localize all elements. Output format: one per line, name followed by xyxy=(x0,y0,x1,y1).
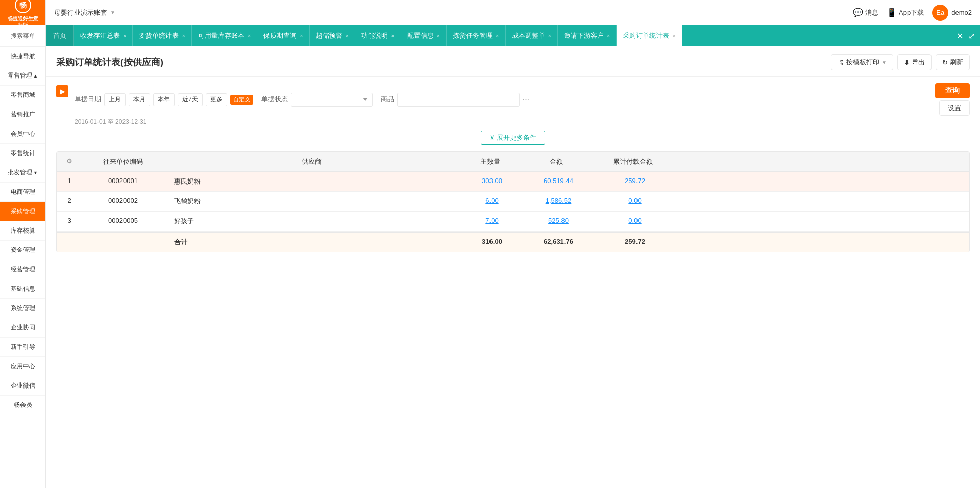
sidebar-item-wholesale[interactable]: 批发管理▼ xyxy=(0,163,45,183)
date-btn-more[interactable]: 更多 xyxy=(206,93,227,106)
date-label: 单据日期 xyxy=(75,95,101,104)
search-menu-btn[interactable]: 搜索菜单 xyxy=(3,30,42,42)
paid-link-3[interactable]: 0.00 xyxy=(628,217,641,224)
sidebar-item-inventory[interactable]: 库存核算 xyxy=(0,221,45,241)
sidebar-item-marketing[interactable]: 营销推广 xyxy=(0,105,45,124)
sidebar-item-finance[interactable]: 资金管理 xyxy=(0,241,45,260)
quick-nav-item[interactable]: 快捷导航 xyxy=(0,47,45,66)
query-btn[interactable]: 查询 xyxy=(935,83,970,98)
td-amount-2: 1,586.52 xyxy=(523,192,594,211)
td-qty-1: 303.00 xyxy=(461,172,523,191)
tab-close-1[interactable]: × xyxy=(123,33,126,39)
tab-close-4[interactable]: × xyxy=(300,33,303,39)
tab-close-3[interactable]: × xyxy=(248,33,251,39)
th-amount: 金额 xyxy=(521,152,592,171)
sidebar-item-retail-stat[interactable]: 零售统计 xyxy=(0,144,45,163)
sidebar-item-newbie[interactable]: 新手引导 xyxy=(0,338,45,357)
app-download-btn[interactable]: 📱 App下载 xyxy=(887,8,924,17)
goods-input[interactable] xyxy=(397,93,520,107)
refresh-btn[interactable]: ↻ 刷新 xyxy=(936,54,970,70)
date-btn-7days[interactable]: 近7天 xyxy=(178,93,203,106)
tab-pick-task[interactable]: 拣货任务管理 × xyxy=(447,25,505,46)
message-btn[interactable]: 💬 消息 xyxy=(853,8,878,17)
filter-expand-btn[interactable]: ▶ xyxy=(56,85,68,97)
qty-link-3[interactable]: 7.00 xyxy=(485,217,498,224)
tab-config[interactable]: 配置信息 × xyxy=(401,25,447,46)
expand-more-btn[interactable]: ⊻ 展开更多条件 xyxy=(481,131,545,145)
tab-receive-send[interactable]: 收发存汇总表 × xyxy=(74,25,133,46)
app-logo: 畅 畅捷通好生意 标版 xyxy=(0,0,45,25)
date-btn-this-month[interactable]: 本月 xyxy=(129,93,150,106)
industry-selector[interactable]: 母婴行业演示账套 ▼ xyxy=(54,8,115,17)
sidebar-item-member[interactable]: 会员中心 xyxy=(0,124,45,144)
td-index-1: 1 xyxy=(57,172,82,191)
page-header: 采购订单统计表(按供应商) 🖨 按模板打印 ▼ ⬇ 导出 ↻ 刷新 xyxy=(46,46,980,77)
settings-icon[interactable]: ⚙ xyxy=(66,157,72,165)
td-supplier-2: 飞鹤奶粉 xyxy=(164,192,461,211)
tab-close-all-btn[interactable]: ✕ xyxy=(957,31,963,41)
sidebar-item-retail[interactable]: 零售管理▲ xyxy=(0,66,45,86)
tab-cost-adjust[interactable]: 成本调整单 × xyxy=(506,25,558,46)
tab-invite-downstream[interactable]: 邀请下游客户 × xyxy=(558,25,617,46)
expand-icon: ⊻ xyxy=(489,134,495,142)
settings-btn[interactable]: 设置 xyxy=(939,100,970,116)
sidebar-item-retail-shop[interactable]: 零售商城 xyxy=(0,86,45,105)
sidebar-item-purchase[interactable]: 采购管理 xyxy=(0,202,45,221)
td-amount-1: 60,519.44 xyxy=(523,172,594,191)
sidebar-item-system[interactable]: 系统管理 xyxy=(0,299,45,318)
paid-link-2[interactable]: 0.00 xyxy=(628,197,641,204)
date-filter: 单据日期 上月 本月 本年 近7天 更多 自定义 xyxy=(75,93,253,106)
tab-close-8[interactable]: × xyxy=(496,33,499,39)
print-dropdown-icon: ▼ xyxy=(881,60,887,65)
tf-label: 合计 xyxy=(164,233,461,252)
tab-available-inv[interactable]: 可用量库存账本 × xyxy=(192,25,257,46)
tf-code xyxy=(82,233,164,252)
sidebar-item-business[interactable]: 经营管理 xyxy=(0,260,45,279)
status-select[interactable] xyxy=(291,93,373,107)
tab-expiry[interactable]: 保质期查询 × xyxy=(257,25,309,46)
sidebar-item-wechat[interactable]: 企业微信 xyxy=(0,376,45,396)
amount-link-1[interactable]: 60,519.44 xyxy=(544,177,573,185)
paid-link-1[interactable]: 259.72 xyxy=(625,177,645,185)
tab-close-5[interactable]: × xyxy=(346,33,349,39)
tab-order-stat[interactable]: 要货单统计表 × xyxy=(133,25,191,46)
tab-close-9[interactable]: × xyxy=(548,33,551,39)
tf-paid: 259.72 xyxy=(594,233,676,252)
tab-func-desc[interactable]: 功能说明 × xyxy=(355,25,401,46)
sidebar-item-vip[interactable]: 畅会员 xyxy=(0,396,45,415)
sidebar-item-appstore[interactable]: 应用中心 xyxy=(0,357,45,376)
goods-more-icon[interactable]: ··· xyxy=(523,95,529,104)
export-btn[interactable]: ⬇ 导出 xyxy=(897,54,932,70)
print-btn[interactable]: 🖨 按模板打印 ▼ xyxy=(831,54,893,70)
td-extra-2 xyxy=(676,192,969,211)
amount-link-2[interactable]: 1,586.52 xyxy=(546,197,572,204)
tab-close-10[interactable]: × xyxy=(607,33,610,39)
table-footer: 合计 316.00 62,631.76 259.72 xyxy=(57,232,969,252)
goods-filter: 商品 ··· xyxy=(381,93,529,107)
td-index-2: 2 xyxy=(57,192,82,211)
sidebar-item-ecommerce[interactable]: 电商管理 xyxy=(0,183,45,202)
th-code: 往来单位编码 xyxy=(82,152,164,171)
tab-close-2[interactable]: × xyxy=(182,33,185,39)
tab-close-11[interactable]: × xyxy=(672,33,675,39)
tab-expand-btn[interactable]: ⤢ xyxy=(968,31,975,41)
amount-link-3[interactable]: 525.80 xyxy=(548,217,569,224)
td-supplier-1: 惠氏奶粉 xyxy=(164,172,461,191)
filter-row-1: 单据日期 上月 本月 本年 近7天 更多 自定义 单据状态 xyxy=(75,83,970,116)
date-btn-last-month[interactable]: 上月 xyxy=(104,93,126,106)
tab-purchase-stat[interactable]: 采购订单统计表 × xyxy=(617,25,682,46)
td-qty-2: 6.00 xyxy=(461,192,523,211)
tab-home[interactable]: 首页 xyxy=(46,25,74,46)
refresh-icon: ↻ xyxy=(942,59,948,66)
tab-close-7[interactable]: × xyxy=(437,33,440,39)
th-supplier: 供应商 xyxy=(164,152,459,171)
sidebar-item-enterprise[interactable]: 企业协同 xyxy=(0,318,45,338)
username-label[interactable]: demo2 xyxy=(951,9,972,16)
tab-overstock[interactable]: 超储预警 × xyxy=(310,25,355,46)
sidebar-item-basic[interactable]: 基础信息 xyxy=(0,279,45,299)
td-paid-3: 0.00 xyxy=(594,212,676,231)
date-btn-this-year[interactable]: 本年 xyxy=(153,93,175,106)
qty-link-2[interactable]: 6.00 xyxy=(485,197,498,204)
qty-link-1[interactable]: 303.00 xyxy=(482,177,502,185)
tab-close-6[interactable]: × xyxy=(391,33,394,39)
